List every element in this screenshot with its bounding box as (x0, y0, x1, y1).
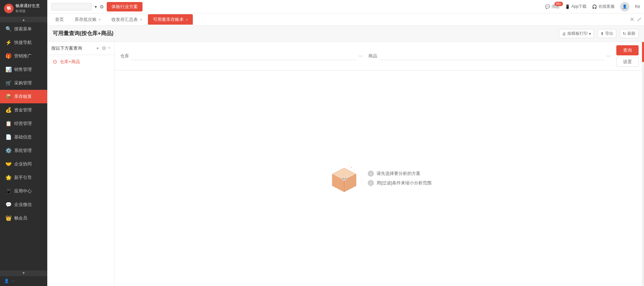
svg-point-8 (354, 171, 355, 172)
sidebar-item-label: 快捷导航 (14, 40, 32, 46)
logo-icon: 畅 (4, 4, 14, 13)
tab-batch-ledger[interactable]: 库存批次账 × (70, 14, 106, 25)
sidebar-scroll-down[interactable]: ▼ (0, 270, 47, 276)
tab-recv-summary-close[interactable]: × (140, 18, 142, 22)
expand-tabs-button[interactable]: ⤢ (637, 16, 641, 23)
svg-point-4 (342, 177, 346, 181)
tabs-bar: 首页 库存批次账 × 收发存汇总表 × 可用量库存账本 × ✕ ⤢ (47, 14, 644, 26)
app-download-button[interactable]: 📱 App下载 (565, 4, 587, 9)
settings-button[interactable]: 设置 (616, 57, 639, 67)
tab-home[interactable]: 首页 (50, 14, 69, 25)
tabs-right-actions: ✕ ⤢ (630, 16, 641, 23)
tab-available-ledger[interactable]: 可用量库存账本 × (148, 14, 193, 25)
print-icon: 🖨 (562, 31, 566, 36)
sidebar-item-appstore[interactable]: 📱 应用中心 (0, 184, 47, 198)
goods-label: 商品 (368, 53, 377, 59)
online-service-button[interactable]: 🎧 在线客服 (592, 4, 615, 9)
topbar: ▾ ⚙ 体验行业方案 💬 消息 99+ 📱 App下载 🎧 在线客服 👤 Rit (47, 0, 644, 14)
sidebar-item-sales[interactable]: 📊 销售管理 (0, 63, 47, 76)
industry-solution-button[interactable]: 体验行业方案 (107, 2, 143, 11)
scrollbar-thumb[interactable] (642, 42, 644, 62)
tab-recv-summary[interactable]: 收发存汇总表 × (106, 14, 147, 25)
main-area: ▾ ⚙ 体验行业方案 💬 消息 99+ 📱 App下载 🎧 在线客服 👤 Rit (47, 0, 644, 286)
content-area: 按以下方案查询 ＋ ⊙ « ⊙ 仓库+商品 仓库 ··· (47, 42, 644, 286)
message-button[interactable]: 💬 消息 99+ (545, 4, 560, 9)
refresh-icon: ↻ (623, 31, 626, 36)
sidebar-item-system[interactable]: ⚙️ 系统管理 (0, 144, 47, 157)
sidebar-item-search[interactable]: 🔍 搜索菜单 (0, 22, 47, 36)
tab-batch-ledger-close[interactable]: × (99, 18, 101, 22)
operations-icon: 📋 (5, 121, 11, 127)
sidebar-item-wechat[interactable]: 💬 企业微信 (0, 198, 47, 211)
right-panel: 仓库 ··· 商品 ··· 查询 设置 (115, 42, 644, 286)
sidebar-item-label: 采购管理 (14, 80, 32, 86)
topbar-gear-icon[interactable]: ⚙ (100, 4, 104, 9)
sidebar-scroll-up[interactable]: ▲ (0, 17, 47, 22)
member-icon: 👑 (5, 215, 11, 221)
left-panel-title: 按以下方案查询 (51, 45, 82, 51)
page-title: 可用量查询(按仓库+商品) (53, 30, 113, 37)
goods-input[interactable] (379, 52, 604, 60)
tab-home-label: 首页 (55, 17, 64, 23)
sidebar-item-inventory[interactable]: 📦 库存核算 (0, 90, 47, 103)
sidebar-item-label: 营销推广 (14, 53, 32, 59)
manage-scheme-button[interactable]: ⊙ (102, 45, 106, 51)
tab-available-ledger-close[interactable]: × (186, 18, 188, 22)
sidebar-item-label: 企业协同 (14, 161, 32, 167)
goods-filter-group: 商品 ··· (368, 52, 611, 60)
enterprise-icon: 🤝 (5, 161, 11, 167)
topbar-dropdown-icon[interactable]: ▾ (95, 4, 97, 9)
page-actions: 🖨 按模板打印 ▾ ⬆ 导出 ↻ 刷新 (559, 29, 639, 38)
sidebar-item-newbie[interactable]: 🌟 新手引导 (0, 171, 47, 184)
sidebar-item-label: 经营管理 (14, 121, 32, 127)
tip-text-1: 请先选择要分析的方案 (377, 171, 420, 177)
username-label[interactable]: Rit (635, 4, 640, 9)
sidebar-item-marketing[interactable]: 🎁 营销推广 (0, 49, 47, 63)
empty-illustration (327, 161, 361, 195)
collapse-panel-button[interactable]: « (108, 45, 110, 51)
sidebar: 畅 畅康通好生意 标准版 ▲ 🔍 搜索菜单 ⚡ 快捷导航 🎁 营销推广 📊 销售… (0, 0, 47, 286)
appstore-icon: 📱 (5, 188, 11, 194)
left-panel-actions: ＋ ⊙ « (95, 45, 110, 51)
sidebar-item-operations[interactable]: 📋 经营管理 (0, 117, 47, 130)
sidebar-item-quick-nav[interactable]: ⚡ 快捷导航 (0, 36, 47, 49)
empty-tip-2: 2 用[过滤]条件来缩小分析范围 (368, 180, 432, 186)
sidebar-item-enterprise[interactable]: 🤝 企业协同 (0, 157, 47, 171)
topbar-search-input[interactable] (51, 3, 92, 10)
svg-point-9 (349, 165, 350, 166)
scheme-item-warehouse-goods[interactable]: ⊙ 仓库+商品 (47, 55, 114, 68)
sidebar-item-purchase[interactable]: 🛒 采购管理 (0, 76, 47, 90)
purchase-icon: 🛒 (5, 80, 11, 86)
sidebar-item-member[interactable]: 👑 畅会员 (0, 211, 47, 225)
export-button[interactable]: ⬆ 导出 (597, 29, 616, 38)
basic-icon: 📄 (5, 134, 11, 140)
query-button[interactable]: 查询 (616, 45, 639, 55)
svg-point-6 (344, 178, 345, 179)
sidebar-item-label: 畅会员 (14, 215, 27, 221)
warehouse-label: 仓库 (120, 53, 129, 59)
sidebar-footer[interactable]: 👤 ··· (0, 276, 47, 286)
add-scheme-button[interactable]: ＋ (95, 45, 100, 51)
sales-icon: 📊 (5, 67, 11, 73)
warehouse-more-icon[interactable]: ··· (358, 53, 363, 59)
sidebar-item-basic[interactable]: 📄 基础信息 (0, 130, 47, 144)
sidebar-item-finance[interactable]: 💰 资金管理 (0, 103, 47, 117)
sidebar-username: ··· (12, 279, 15, 283)
system-icon: ⚙️ (5, 148, 11, 154)
user-avatar[interactable]: 👤 (620, 2, 629, 11)
sidebar-item-label: 系统管理 (14, 148, 32, 154)
message-icon: 💬 (545, 4, 550, 9)
tip-num-1: 1 (368, 171, 374, 177)
print-template-button[interactable]: 🖨 按模板打印 ▾ (559, 29, 594, 38)
scheme-icon: ⊙ (53, 58, 57, 65)
close-all-tabs-button[interactable]: ✕ (630, 16, 634, 23)
goods-more-icon[interactable]: ··· (607, 53, 611, 59)
empty-box-svg (327, 161, 361, 195)
sidebar-item-label: 基础信息 (14, 134, 32, 140)
tab-recv-summary-label: 收发存汇总表 (111, 17, 138, 23)
inventory-icon: 📦 (5, 94, 11, 100)
sidebar-nav: 🔍 搜索菜单 ⚡ 快捷导航 🎁 营销推广 📊 销售管理 🛒 采购管理 📦 库存核… (0, 22, 47, 270)
page-header: 可用量查询(按仓库+商品) 🖨 按模板打印 ▾ ⬆ 导出 ↻ 刷新 (47, 26, 644, 42)
warehouse-input[interactable] (131, 52, 356, 60)
refresh-button[interactable]: ↻ 刷新 (620, 29, 639, 38)
